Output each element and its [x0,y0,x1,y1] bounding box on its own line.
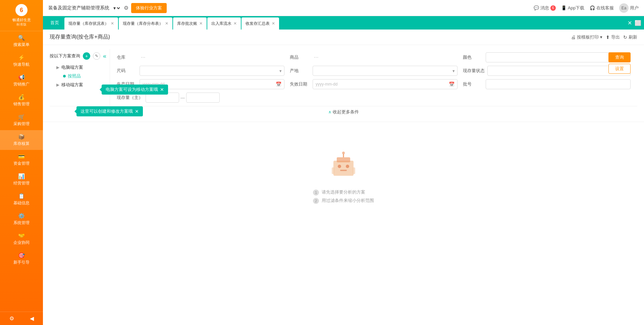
tab-label: 收发存汇总表 [246,21,270,26]
tab-inout-flow[interactable]: 出入库流水 ✕ [207,17,241,30]
expire-date-placeholder: yyyy-mm-dd [316,82,337,87]
sidebar-item-label: 资金管理 [13,161,30,166]
empty-steps: 1 请先选择要分析的方案 2 用过滤条件来缩小分析范围 [313,189,374,206]
sidebar-item-guide[interactable]: 🎯 新手引导 [0,249,43,269]
trial-button[interactable]: 体验行业方案 [131,3,167,13]
sidebar-item-marketing[interactable]: 📢 营销推广 [0,71,43,91]
filter-field-status: 现存量状态 [463,66,631,76]
warehouse-label: 仓库 [117,54,137,60]
online-support-label: 在线客服 [596,5,614,11]
filter-section: 按以下方案查询 + ✎ « 电脑方案可设为移动方案哦 ✕ 这里可以创建和修改方案… [43,45,644,122]
filter-field-size: 尺码 [117,66,284,76]
sidebar-item-label: 新手引导 [13,260,30,265]
svg-rect-4 [340,170,347,171]
filter-field-origin: 产地 [290,66,458,76]
warehouse-dots[interactable]: ··· [141,54,145,60]
sidebar-item-enterprise[interactable]: 🤝 企业协同 [0,229,43,249]
tooltip-edit-text: 这里可以创建和修改方案哦 [80,108,133,114]
sidebar-collapse-button[interactable]: ◀ [30,315,34,322]
sidebar-item-search[interactable]: 🔍 搜索菜单 [0,31,43,51]
expire-date-input[interactable]: yyyy-mm-dd 📅 [313,79,458,89]
collapse-icon: ∧ [328,110,331,114]
batch-input[interactable] [486,79,631,89]
search-button[interactable]: 查询 [608,52,631,62]
global-settings-button[interactable]: ⚙ [9,315,14,322]
tab-recv-summary[interactable]: 收发存汇总表 ✕ [241,17,279,30]
basic-icon: 📋 [18,193,25,199]
filter-edit-button[interactable]: ✎ [93,52,100,60]
expand-icon: ▶ [56,65,59,70]
tab-inventory-dist[interactable]: 现存量（库存分布表） ✕ [119,17,172,30]
logo-text: 畅通好生意 [12,17,31,22]
sidebar-item-label: 企业协同 [13,240,30,246]
goods-dots[interactable]: ··· [314,54,318,60]
size-select-wrap [140,66,284,76]
print-button[interactable]: 🖨 按模板打印 ▾ [571,34,602,40]
chevron-down-icon: ▾ [600,35,602,40]
filter-field-expire-date: 失效日期 yyyy-mm-dd 📅 [290,79,458,89]
refresh-button[interactable]: ↻ 刷新 [623,34,637,40]
sidebar-item-basic[interactable]: 📋 基础信息 [0,189,43,209]
svg-rect-1 [337,157,350,162]
logo-badge: 标准版 [16,22,26,27]
qty-max-input[interactable] [186,93,220,103]
purchase-icon: 🛒 [18,114,25,120]
right-panel: 仓库 ··· 商品 ··· 颜色 [110,49,637,106]
phone-icon: 📱 [561,5,567,10]
quick-nav-icon: ⚡ [18,54,25,61]
online-support-button[interactable]: 🎧 在线客服 [590,5,614,11]
sidebar-item-inventory[interactable]: 📦 库存核算 [0,130,43,150]
sidebar-item-operations[interactable]: 📊 经营管理 [0,170,43,189]
app-download-label: App下载 [568,5,584,11]
filter-header: 按以下方案查询 + ✎ « [50,52,110,60]
sidebar-item-label: 采购管理 [13,121,30,127]
size-select[interactable] [140,66,284,76]
tab-inventory-status[interactable]: 现存量（库存状况表） ✕ [64,17,118,30]
svg-rect-0 [333,161,354,176]
tooltip-scheme-close[interactable]: ✕ [160,87,164,92]
filter-add-button[interactable]: + [83,52,90,60]
tab-close-icon[interactable]: ✕ [233,21,237,26]
tooltip-edit-close[interactable]: ✕ [135,109,139,114]
search-icon: 🔍 [18,35,25,41]
filter-label: 按以下方案查询 [50,53,80,59]
tab-close-icon[interactable]: ✕ [165,21,168,26]
scheme-node-child[interactable]: 按照品 [63,72,110,80]
svg-point-3 [346,165,349,168]
expire-date-label: 失效日期 [290,81,310,87]
user-area[interactable]: Ea 用户 [619,3,639,13]
sidebar-item-finance[interactable]: 💳 资金管理 [0,150,43,170]
tab-close-all-button[interactable]: ✕ [628,20,632,26]
origin-select[interactable] [313,66,458,76]
tab-close-icon[interactable]: ✕ [272,21,275,26]
user-avatar: Ea [619,3,629,13]
message-button[interactable]: 💬 消息 6 [534,5,556,11]
reset-button[interactable]: 设置 [608,64,631,74]
tab-home[interactable]: 首页 [46,16,64,30]
export-button[interactable]: ⬆ 导出 [606,34,620,40]
tab-inventory-batch[interactable]: 库存批次账 ✕ [173,17,207,30]
header-settings-icon[interactable]: ⚙ [124,5,128,11]
system-title-select[interactable]: ▾ [112,5,121,11]
tab-maximize-button[interactable]: ⬜ [635,20,641,26]
filter-back-button[interactable]: « [103,53,106,60]
scheme-child-label: 按照品 [68,73,81,79]
tab-close-icon[interactable]: ✕ [199,21,203,26]
system-title: 装备及固定资产辅助管理系统 [48,5,109,11]
sidebar-item-system[interactable]: ⚙️ 系统管理 [0,209,43,229]
tab-close-icon[interactable]: ✕ [111,21,114,26]
sidebar-nav: 🔍 搜索菜单 ⚡ 快速导航 📢 营销推广 💰 销售管理 🛒 采购管理 📦 库存核… [0,31,43,312]
app-download-button[interactable]: 📱 App下载 [561,5,584,11]
logo-area: 6 畅通好生意 标准版 [0,0,43,31]
sidebar-item-label: 库存核算 [13,141,30,147]
finance-icon: 💳 [18,153,25,160]
sidebar-item-quick-nav[interactable]: ⚡ 快速导航 [0,51,43,71]
range-dash: — [180,95,185,100]
scheme-node-desktop[interactable]: ▶ 电脑端方案 [56,63,110,72]
headset-icon: 🎧 [590,5,595,10]
sidebar-item-label: 销售管理 [13,101,30,107]
sidebar-item-purchase[interactable]: 🛒 采购管理 [0,110,43,130]
sidebar-item-sales[interactable]: 💰 销售管理 [0,91,43,110]
main-area: 装备及固定资产辅助管理系统 ▾ ⚙ 体验行业方案 💬 消息 6 📱 App下载 … [43,0,644,325]
page-title: 现存量查询(按仓库+商品) [50,34,110,41]
